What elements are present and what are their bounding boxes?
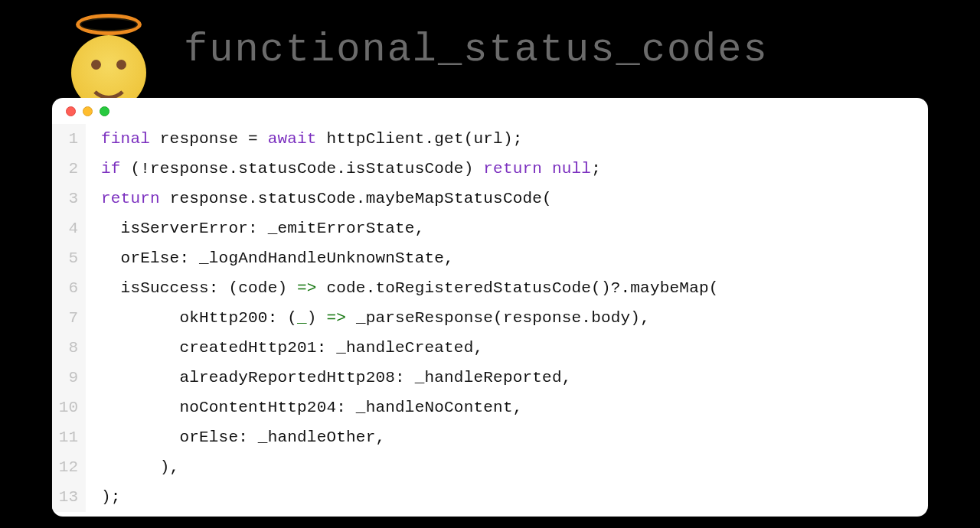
page-title: functional_status_codes: [184, 28, 769, 73]
code-line: 5 orElse: _logAndHandleUnknownState,: [52, 243, 928, 273]
code-text: alreadyReportedHttp208: _handleReported,: [86, 363, 572, 393]
code-text: okHttp200: (_) => _parseResponse(respons…: [86, 303, 650, 333]
line-number: 5: [52, 243, 86, 273]
code-line: 6 isSuccess: (code) => code.toRegistered…: [52, 273, 928, 303]
code-text: ),: [86, 452, 179, 482]
minimize-icon[interactable]: [83, 106, 93, 116]
eye-left-icon: [91, 60, 101, 70]
line-number: 10: [52, 393, 86, 422]
line-number: 2: [52, 154, 86, 184]
code-text: orElse: _logAndHandleUnknownState,: [86, 243, 454, 273]
line-number: 1: [52, 124, 86, 154]
code-text: noContentHttp204: _handleNoContent,: [86, 393, 523, 422]
code-line: 4 isServerError: _emitErrorState,: [52, 213, 928, 243]
code-line: 12 ),: [52, 452, 928, 482]
line-number: 8: [52, 333, 86, 363]
line-number: 11: [52, 422, 86, 452]
code-text: );: [86, 482, 121, 512]
code-text: isServerError: _emitErrorState,: [86, 213, 424, 243]
close-icon[interactable]: [66, 106, 76, 116]
halo-icon: [76, 14, 142, 35]
code-text: if (!response.statusCode.isStatusCode) r…: [86, 154, 601, 184]
code-line: 8 createdHttp201: _handleCreated,: [52, 333, 928, 363]
code-text: final response = await httpClient.get(ur…: [86, 124, 523, 154]
zoom-icon[interactable]: [100, 106, 109, 116]
line-number: 4: [52, 213, 86, 243]
window-titlebar: [52, 98, 928, 124]
code-line: 2if (!response.statusCode.isStatusCode) …: [52, 154, 928, 184]
line-number: 9: [52, 363, 86, 393]
line-number: 13: [52, 482, 86, 512]
code-line: 7 okHttp200: (_) => _parseResponse(respo…: [52, 303, 928, 333]
line-number: 3: [52, 184, 86, 213]
code-line: 10 noContentHttp204: _handleNoContent,: [52, 393, 928, 422]
code-line: 1final response = await httpClient.get(u…: [52, 124, 928, 154]
code-editor: 1final response = await httpClient.get(u…: [52, 124, 928, 517]
code-text: createdHttp201: _handleCreated,: [86, 333, 483, 363]
code-line: 11 orElse: _handleOther,: [52, 422, 928, 452]
code-text: orElse: _handleOther,: [86, 422, 385, 452]
line-number: 7: [52, 303, 86, 333]
code-window: 1final response = await httpClient.get(u…: [52, 98, 928, 517]
code-line: 9 alreadyReportedHttp208: _handleReporte…: [52, 363, 928, 393]
code-line: 13);: [52, 482, 928, 512]
code-line: 3return response.statusCode.maybeMapStat…: [52, 184, 928, 213]
smile-icon: [87, 72, 130, 99]
code-text: isSuccess: (code) => code.toRegisteredSt…: [86, 273, 719, 303]
line-number: 12: [52, 452, 86, 482]
line-number: 6: [52, 273, 86, 303]
code-text: return response.statusCode.maybeMapStatu…: [86, 184, 552, 213]
eye-right-icon: [116, 60, 126, 70]
